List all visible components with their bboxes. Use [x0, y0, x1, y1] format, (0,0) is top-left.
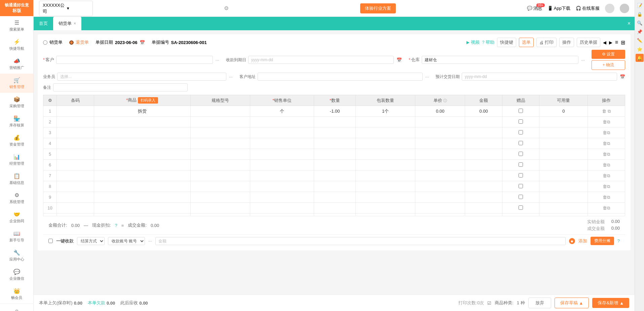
payment-amount-input[interactable] — [155, 237, 566, 245]
row-3-gift-checkbox[interactable] — [519, 130, 523, 134]
tab-close-icon[interactable]: × — [74, 21, 76, 26]
sidebar-item-marketing[interactable]: 📣 营销推广 — [0, 54, 33, 74]
row-4-gift-checkbox[interactable] — [519, 141, 523, 145]
fee-split-button[interactable]: 费用分摊 — [591, 237, 614, 245]
settings-button[interactable]: ⚙ 设置 — [592, 50, 625, 59]
sidebar-item-search[interactable]: ☰ 搜索菜单 — [0, 16, 33, 35]
right-sidebar-icon-3[interactable]: 🔍 — [636, 19, 644, 27]
customer-dots[interactable]: ··· — [216, 57, 219, 63]
row-5-copy-icon[interactable]: ⧉ — [607, 152, 610, 157]
row-1-package-qty[interactable]: 1个 — [355, 106, 415, 117]
online-service-group[interactable]: 🎧 在线客服 — [576, 5, 600, 11]
row-10-gift-checkbox[interactable] — [519, 205, 523, 210]
row-1-spec[interactable] — [190, 106, 250, 117]
video-btn[interactable]: ▶ 视频 — [466, 39, 479, 45]
message-icon-group[interactable]: 💬 消息 99+ — [527, 5, 542, 11]
right-sidebar-icon-7[interactable]: 🔔 — [636, 54, 644, 62]
method-select[interactable]: 结算方式 — [77, 237, 105, 245]
row-7-gift-checkbox[interactable] — [519, 173, 523, 178]
row-8-copy-icon[interactable]: ⧉ — [607, 184, 610, 189]
row-2-copy-icon[interactable]: ⧉ — [607, 119, 610, 124]
sidebar-item-member[interactable]: 👑 畅会员 — [0, 284, 33, 304]
sidebar-item-apps[interactable]: 🔧 应用中心 — [0, 246, 33, 265]
row-1-delete-icon[interactable]: 🗑 — [602, 109, 606, 114]
row-10-delete-icon[interactable]: 🗑 — [603, 205, 607, 210]
row-1-quantity[interactable]: -1.00 — [314, 106, 356, 117]
tab-home[interactable]: 首页 — [34, 17, 53, 30]
row-1-gift-checkbox[interactable] — [519, 109, 523, 113]
due-date-input[interactable] — [248, 56, 394, 64]
address-dots[interactable]: ··· — [425, 74, 429, 79]
calendar-icon[interactable]: 📅 — [140, 40, 145, 45]
operation-btn[interactable]: 操作 — [559, 38, 574, 47]
sidebar-item-sales[interactable]: 🛒 销售管理 — [0, 74, 33, 93]
save-draft-button[interactable]: 保存草稿 ▲ — [555, 298, 589, 308]
nav-next-icon[interactable]: ▶ — [609, 40, 612, 45]
salesperson-input[interactable] — [57, 73, 226, 81]
row-10-copy-icon[interactable]: ⧉ — [607, 205, 610, 210]
history-btn[interactable]: 历史单据 — [577, 38, 600, 47]
shortcut-btn[interactable]: 快捷键 — [497, 38, 516, 47]
right-sidebar-icon-2[interactable]: 🔒 — [636, 10, 644, 18]
app-download-group[interactable]: 📱 App下载 — [547, 5, 570, 11]
help-btn[interactable]: ? 帮助 — [482, 39, 494, 45]
tab-bar-close[interactable]: × — [628, 21, 635, 27]
row-1-gift[interactable] — [502, 106, 539, 117]
sidebar-item-wechat[interactable]: 💬 企业微信 — [0, 265, 33, 284]
sidebar-item-finance[interactable]: 💰 资金管理 — [0, 131, 33, 150]
radio-return[interactable]: 退货单 — [69, 39, 89, 45]
user-avatar[interactable] — [605, 4, 614, 13]
sidebar-settings[interactable]: ⚙ — [0, 307, 33, 311]
notes-input[interactable] — [53, 83, 188, 91]
customer-input[interactable] — [56, 56, 213, 64]
logistics-button[interactable]: + 物流 — [592, 60, 625, 70]
row-3-copy-icon[interactable]: ⧉ — [607, 130, 610, 135]
view-list-icon[interactable]: ≡ — [615, 39, 618, 45]
sidebar-item-purchase[interactable]: 📦 采购管理 — [0, 93, 33, 112]
row-6-copy-icon[interactable]: ⧉ — [607, 162, 610, 167]
expected-date-calendar-icon[interactable]: 📅 — [620, 74, 625, 79]
sidebar-item-basics[interactable]: 📋 基础信息 — [0, 169, 33, 189]
sidebar-item-enterprise[interactable]: 🤝 企业协同 — [0, 208, 33, 227]
sidebar-item-guide[interactable]: 📖 新手引导 — [0, 227, 33, 246]
save-new-button[interactable]: 保存&新增 ▲ — [592, 298, 629, 308]
row-7-copy-icon[interactable]: ⧉ — [607, 173, 610, 178]
sidebar-item-quick-nav[interactable]: ⚡ 快捷导航 — [0, 35, 33, 54]
col-settings[interactable]: ⚙ — [43, 95, 57, 106]
add-payment-button[interactable]: ● — [569, 238, 575, 244]
right-sidebar-icon-4[interactable]: 📌 — [636, 28, 644, 36]
sidebar-item-operations[interactable]: 📊 经营管理 — [0, 150, 33, 169]
row-1-copy-icon[interactable]: ⧉ — [608, 109, 611, 114]
tab-sales-order[interactable]: 销货单 × — [53, 17, 81, 30]
row-5-gift-checkbox[interactable] — [519, 152, 523, 156]
row-4-delete-icon[interactable]: 🗑 — [603, 141, 607, 146]
trial-button[interactable]: 体验行业方案 — [360, 3, 396, 13]
row-6-delete-icon[interactable]: 🗑 — [603, 162, 607, 167]
row-4-copy-icon[interactable]: ⧉ — [607, 141, 610, 146]
row-8-gift-checkbox[interactable] — [519, 184, 523, 188]
row-2-delete-icon[interactable]: 🗑 — [603, 119, 607, 124]
salesperson-dots[interactable]: ··· — [229, 74, 233, 79]
row-1-barcode[interactable] — [57, 106, 94, 117]
scan-button[interactable]: 扫码录入 — [138, 97, 158, 104]
view-grid-icon[interactable]: ⊞ — [621, 39, 625, 46]
nav-prev-icon[interactable]: ◀ — [603, 40, 606, 45]
radio-sale[interactable]: 销货单 — [43, 39, 63, 45]
due-date-calendar-icon[interactable]: 📅 — [396, 57, 402, 63]
row-1-unit-price[interactable]: 0.00 — [415, 106, 465, 117]
row-9-gift-checkbox[interactable] — [519, 195, 523, 199]
company-selector[interactable]: XXXXXX公司 ▾ — [39, 1, 93, 16]
right-sidebar-icon-5[interactable]: ✏️ — [636, 36, 644, 44]
customer-address-input[interactable] — [258, 73, 423, 81]
sidebar-item-system[interactable]: ⚙ 系统管理 — [0, 189, 33, 208]
row-8-delete-icon[interactable]: 🗑 — [603, 184, 607, 189]
radio-return-input[interactable] — [69, 40, 74, 45]
row-6-gift-checkbox[interactable] — [519, 162, 523, 167]
warehouse-input[interactable] — [422, 56, 578, 64]
row-1-unit[interactable]: 个 — [250, 106, 314, 117]
row-9-delete-icon[interactable]: 🗑 — [603, 195, 607, 200]
account-select[interactable]: 收款账号 账号 — [108, 237, 145, 245]
header-gear-icon[interactable]: ⚙ — [224, 5, 229, 11]
fee-question-icon[interactable]: ? — [617, 238, 620, 243]
row-1-amount[interactable]: 0.00 — [465, 106, 502, 117]
